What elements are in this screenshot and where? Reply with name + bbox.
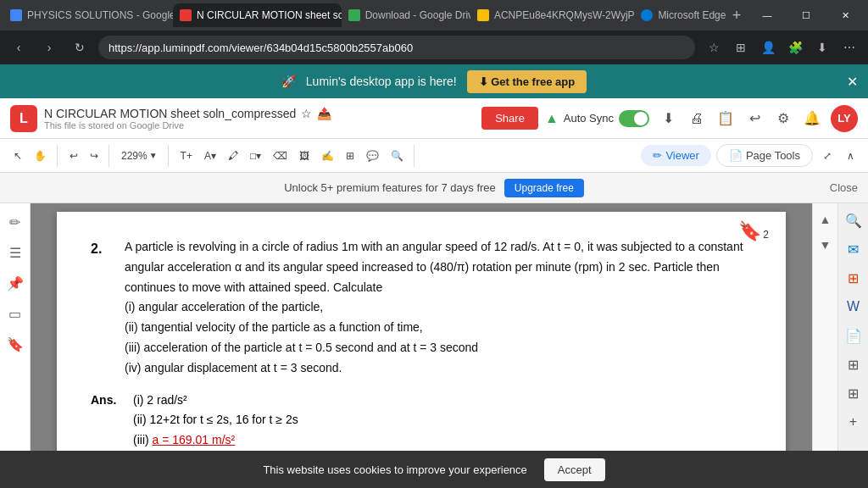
app-office-icon[interactable]: ⊞ (842, 266, 865, 290)
new-tab-button[interactable]: + (727, 3, 746, 27)
text-color-tool[interactable]: A▾ (199, 145, 221, 167)
left-sidebar: ✏ ☰ 📌 ▭ 🔖 (0, 203, 31, 488)
share-doc-icon[interactable]: 📤 (317, 107, 331, 120)
app-word-icon[interactable]: W (842, 295, 865, 319)
notification-close-button[interactable]: ✕ (847, 74, 858, 90)
bell-toolbar-icon[interactable]: 🔔 (800, 107, 824, 130)
tab-acn[interactable]: ACNPEu8e4KRQMysW-2WyjPVi... ✕ (470, 3, 634, 27)
zoom-selector[interactable]: 229% ▼ (116, 145, 163, 167)
tool-group-zoom: 229% ▼ (116, 145, 169, 167)
auto-sync-toggle[interactable] (619, 110, 649, 127)
collections-icon[interactable]: ⊞ (729, 36, 753, 59)
ans-body: (i) 2 rad/s² (ii) 12+2t for t ≤ 2s, 16 f… (133, 391, 752, 451)
doc-subtitle: This file is stored on Google Drive (44, 120, 475, 130)
hand-tool[interactable]: ✋ (29, 145, 52, 167)
upgrade-close-button[interactable]: Close (830, 181, 858, 194)
page-tools-label: Page Tools (746, 149, 800, 162)
eraser-tool[interactable]: ⌫ (268, 145, 292, 167)
close-button[interactable]: ✕ (826, 0, 865, 30)
signature-tool[interactable]: ✍ (316, 145, 339, 167)
viewer-label: Viewer (665, 149, 699, 162)
tab-acn-label: ACNPEu8e4KRQMysW-2WyjPVi... (494, 9, 634, 21)
tab-circular-label: N CIRCULAR MOTION sheet soln... (197, 9, 342, 21)
image-tool[interactable]: 🖼 (294, 145, 314, 167)
highlight-tool[interactable]: 🖍 (223, 145, 243, 167)
scroll-up-icon[interactable]: ▲ (816, 210, 835, 229)
pointer-tool[interactable]: ↖ (8, 145, 27, 167)
tab-edge-label: Microsoft Edge (658, 9, 726, 21)
lumin-toolbar: L N CIRCULAR MOTION sheet soln_compresse… (0, 98, 868, 139)
favorites-icon[interactable]: ☆ (702, 36, 726, 59)
tab-acn-favicon (477, 9, 489, 21)
sidebar-cursor-icon[interactable]: ✏ (3, 210, 27, 234)
sidebar-pages-icon[interactable]: ▭ (3, 302, 27, 325)
redo-button[interactable]: ↪ (85, 145, 103, 167)
cookie-bar: This website uses cookies to improve you… (0, 451, 868, 488)
app-search-icon[interactable]: 🔍 (842, 208, 865, 232)
viewer-pencil-icon: ✏ (653, 149, 662, 162)
upgrade-button[interactable]: Upgrade free (504, 179, 584, 197)
profile-icon[interactable]: 👤 (756, 36, 780, 59)
tab-download-favicon (348, 9, 360, 21)
table-tool[interactable]: ⊞ (341, 145, 359, 167)
viewer-button[interactable]: ✏ Viewer (641, 145, 711, 166)
get-free-app-button[interactable]: ⬇ Get the free app (467, 70, 587, 93)
undo-button[interactable]: ↩ (64, 145, 83, 167)
app-pdf-icon[interactable]: 📄 (842, 324, 865, 347)
share-button[interactable]: Share (481, 107, 538, 130)
collapse-toolbar-button[interactable]: ∧ (842, 145, 860, 167)
star-icon[interactable]: ☆ (301, 107, 312, 120)
tool-group-pointer: ↖ ✋ (8, 145, 58, 167)
toggle-knob (634, 112, 648, 125)
back-button[interactable]: ‹ (7, 36, 31, 59)
forward-button[interactable]: › (37, 36, 61, 59)
get-free-btn-label: Get the free app (491, 75, 575, 88)
tab-download-label: Download - Google Drive (365, 9, 470, 21)
search-tool[interactable]: 🔍 (386, 145, 409, 167)
app-mail-icon[interactable]: ✉ (842, 237, 865, 261)
app-grid-icon[interactable]: ⊞ (842, 352, 865, 376)
page-tools-button[interactable]: 📄 Page Tools (716, 144, 813, 167)
browser-toolbar-icons: ☆ ⊞ 👤 🧩 ⬇ ⋯ (702, 36, 861, 59)
extensions-icon[interactable]: 🧩 (783, 36, 807, 59)
ans-label: Ans. (91, 391, 133, 451)
pdf-viewer-area: 🔖 2 2. A particle is revolving in a circ… (31, 203, 812, 488)
download-icon[interactable]: ⬇ (810, 36, 834, 59)
shape-tool[interactable]: □▾ (245, 145, 266, 167)
comment-tool[interactable]: 💬 (361, 145, 384, 167)
print-toolbar-icon[interactable]: 🖨 (685, 107, 709, 130)
tab-circular[interactable]: N CIRCULAR MOTION sheet soln... ✕ (173, 3, 342, 27)
sub-q-4: (iv) angular displacement at t = 3 secon… (125, 361, 342, 374)
sidebar-menu-icon[interactable]: ☰ (3, 241, 27, 264)
more-icon[interactable]: ⋯ (837, 36, 861, 59)
bookmark-corner-icon: 🔖 (738, 220, 761, 242)
sidebar-bookmark-icon[interactable]: 🔖 (3, 332, 27, 356)
app-add-icon[interactable]: + (842, 410, 865, 434)
edit-toolbar: ↖ ✋ ↩ ↪ 229% ▼ T+ A▾ 🖍 □▾ ⌫ 🖼 ✍ ⊞ 💬 🔍 ✏ … (0, 139, 868, 173)
scroll-down-icon[interactable]: ▼ (816, 236, 835, 254)
share-toolbar-icon[interactable]: ↩ (743, 107, 766, 130)
accept-cookies-button[interactable]: Accept (544, 458, 605, 481)
address-input[interactable] (98, 36, 695, 59)
cookie-text: This website uses cookies to improve you… (263, 463, 526, 476)
download-toolbar-icon[interactable]: ⬇ (656, 107, 680, 130)
get-free-btn-icon: ⬇ (479, 75, 488, 88)
google-drive-icon: ▲ (545, 111, 559, 126)
insert-text-tool[interactable]: T+ (175, 145, 198, 167)
expand-button[interactable]: ⤢ (818, 145, 837, 167)
tab-download[interactable]: Download - Google Drive ✕ (342, 3, 470, 27)
tool-group-undo: ↩ ↪ (64, 145, 109, 167)
tab-physics[interactable]: PHYSICS SOLUTIONS - Google D... ✕ (3, 3, 173, 27)
settings-toolbar-icon[interactable]: ⚙ (771, 107, 795, 130)
app-sidebar: 🔍 ✉ ⊞ W 📄 ⊞ ⊞ + (837, 203, 868, 488)
ans-item-3: (iii) a = 169.01 m/s² (133, 433, 235, 446)
lumin-notification-bar: 🚀 Lumin's desktop app is here! ⬇ Get the… (0, 64, 868, 98)
tab-edge[interactable]: Microsoft Edge ✕ (634, 3, 726, 27)
maximize-button[interactable]: ☐ (787, 0, 826, 30)
copy-toolbar-icon[interactable]: 📋 (714, 107, 737, 130)
reload-button[interactable]: ↻ (68, 36, 92, 59)
sidebar-comment-icon[interactable]: 📌 (3, 271, 27, 295)
app-grid2-icon[interactable]: ⊞ (842, 381, 865, 405)
user-avatar[interactable]: LY (831, 105, 858, 132)
minimize-button[interactable]: — (748, 0, 787, 30)
